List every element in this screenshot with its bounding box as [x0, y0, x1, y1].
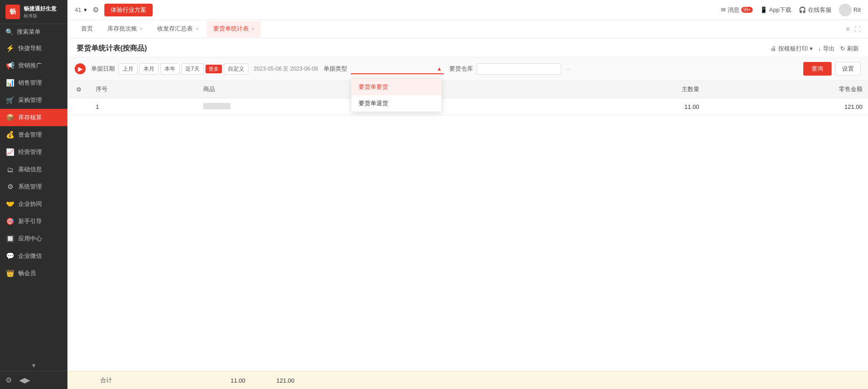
sidebar-item-purchase[interactable]: 🛒 采购管理 [0, 92, 67, 109]
date-range-text: 2023-05-06 至 2023-06-06 [254, 65, 318, 73]
date-custom-button[interactable]: 自定义 [224, 63, 248, 75]
sidebar-logo: 畅 畅捷通好生意 标准版 [0, 0, 67, 24]
print-label: 按模板打印 [778, 45, 808, 53]
tab-invoice-summary-close[interactable]: × [195, 26, 198, 31]
export-button[interactable]: ↓ 导出 [818, 45, 835, 53]
app-download-button[interactable]: 📱 App下载 [760, 6, 791, 14]
sidebar-item-apps[interactable]: 🔲 应用中心 [0, 230, 67, 247]
settings-button[interactable]: 设置 [835, 62, 861, 76]
sidebar-item-label: 应用中心 [18, 235, 42, 243]
logo-text: 畅捷通好生意 标准版 [24, 5, 56, 19]
sidebar-item-members[interactable]: 👑 畅会员 [0, 265, 67, 282]
total-amount: 121.00 [277, 377, 295, 384]
marketing-icon: 📢 [5, 61, 15, 70]
sidebar-nav: ⚡ 快捷导航 📢 营销推广 📊 销售管理 🛒 采购管理 📦 库存核算 💰 资金管… [0, 40, 67, 360]
date-this-year[interactable]: 本年 [160, 63, 180, 75]
sidebar-item-label: 库存核算 [18, 113, 42, 122]
user-name: Rit [853, 6, 861, 13]
settings-footer-icon[interactable]: ⚙ [5, 376, 12, 384]
sidebar-item-label: 采购管理 [18, 96, 42, 104]
print-button[interactable]: 🖨 按模板打印 ▾ [770, 45, 813, 53]
filter-bar: ▶ 单据日期 上月 本月 本年 近7天 更多 自定义 2023-05-06 至 … [67, 57, 868, 81]
sales-icon: 📊 [5, 79, 15, 87]
type-filter-group: 单据类型 ▲ 要货单要货 要货单退货 [324, 64, 444, 74]
search-menu-button[interactable]: 🔍 搜索菜单 [0, 24, 67, 40]
apps-icon: 🔲 [5, 235, 15, 243]
tab-order-stats-close[interactable]: × [252, 26, 254, 31]
sidebar-item-finance[interactable]: 💰 资金管理 [0, 126, 67, 143]
message-icon: ✉ [721, 6, 726, 13]
sidebar-item-guide[interactable]: 🎯 新手引导 [0, 213, 67, 230]
sidebar-item-label: 基础信息 [18, 165, 42, 174]
collapse-icon[interactable]: ◀▶ [19, 376, 30, 384]
messages-button[interactable]: ✉ 消息 99+ [721, 6, 753, 14]
sidebar-item-label: 营销推广 [18, 61, 42, 70]
sidebar-item-sales[interactable]: 📊 销售管理 [0, 74, 67, 92]
sidebar-item-basic[interactable]: 🗂 基础信息 [0, 161, 67, 178]
warehouse-input[interactable] [477, 63, 561, 75]
operations-icon: 📈 [5, 148, 15, 156]
date-this-month[interactable]: 本月 [139, 63, 159, 75]
dropdown-item-order-request[interactable]: 要货单要货 [351, 79, 442, 95]
top-header: 41 ▾ ⚙ 体验行业方案 ✉ 消息 99+ 📱 App下载 🎧 在线客服 R [67, 0, 868, 20]
sidebar-item-wechat[interactable]: 💬 企业微信 [0, 247, 67, 265]
sidebar-item-cooperation[interactable]: 🤝 企业协同 [0, 195, 67, 213]
company-selector[interactable]: 41 ▾ [75, 6, 87, 13]
type-dropdown-menu: 要货单要货 要货单退货 [351, 78, 442, 112]
user-avatar[interactable]: Rit [839, 4, 861, 16]
header-gear-icon[interactable]: ⚙ [92, 5, 99, 14]
sidebar-item-quick-nav[interactable]: ⚡ 快捷导航 [0, 40, 67, 57]
sidebar-item-label: 系统管理 [18, 183, 42, 191]
warehouse-filter-group: 要货仓库 ··· [449, 63, 571, 75]
refresh-button[interactable]: ↻ 刷新 [840, 45, 859, 53]
row-amount: 121.00 [705, 98, 868, 115]
type-filter-label: 单据类型 [324, 65, 347, 73]
logo-icon: 畅 [5, 5, 20, 19]
sidebar-item-label: 畅会员 [18, 269, 36, 277]
sidebar-item-label: 销售管理 [18, 79, 42, 87]
table-footer: 合计 11.00 121.00 [67, 371, 868, 389]
data-table-wrap: ⚙ 序号 商品 主计量单位 主数量 零售金额 1 [67, 81, 868, 371]
quick-nav-icon: ⚡ [5, 44, 15, 52]
tab-invoice-summary[interactable]: 收发存汇总表 × [151, 21, 205, 37]
page-content: 要货单统计表(按商品) 🖨 按模板打印 ▾ ↓ 导出 ↻ 刷新 ▶ [67, 38, 868, 389]
search-menu-label: 搜索菜单 [17, 28, 41, 36]
expand-filter-button[interactable]: ▶ [75, 63, 86, 74]
warehouse-more-icon[interactable]: ··· [566, 66, 571, 72]
purchase-icon: 🛒 [5, 96, 15, 104]
trial-button[interactable]: 体验行业方案 [104, 4, 153, 16]
tab-inventory-batch-close[interactable]: × [140, 26, 143, 31]
query-button[interactable]: 查询 [803, 62, 832, 76]
sidebar-footer: ⚙ ◀▶ [0, 371, 67, 389]
table-header-row: ⚙ 序号 商品 主计量单位 主数量 零售金额 [67, 81, 868, 98]
refresh-label: 刷新 [847, 45, 859, 53]
fullscreen-icon[interactable]: ⛶ [854, 26, 861, 33]
type-input[interactable] [351, 64, 444, 74]
product-placeholder [203, 103, 231, 109]
sidebar-item-operations[interactable]: 📈 经营管理 [0, 143, 67, 161]
sidebar-scroll-down[interactable]: ▼ [0, 360, 67, 371]
date-filter-group: 单据日期 上月 本月 本年 近7天 更多 自定义 2023-05-06 至 20… [91, 63, 318, 75]
date-more-button[interactable]: 更多 [205, 65, 222, 73]
close-window-icon[interactable]: ✕ [845, 26, 851, 33]
dropdown-item-order-return[interactable]: 要货单退货 [351, 95, 442, 112]
tab-order-stats[interactable]: 要货单统计表 × [207, 21, 261, 37]
export-label: 导出 [823, 45, 835, 53]
tab-inventory-batch[interactable]: 库存批次账 × [101, 21, 149, 37]
date-last-month[interactable]: 上月 [118, 63, 138, 75]
headset-icon: 🎧 [799, 6, 806, 13]
page-title-bar: 要货单统计表(按商品) 🖨 按模板打印 ▾ ↓ 导出 ↻ 刷新 [67, 38, 868, 57]
sidebar-item-system[interactable]: ⚙ 系统管理 [0, 178, 67, 195]
row-settings [67, 98, 90, 115]
col-settings: ⚙ [67, 81, 90, 98]
date-last-7-days[interactable]: 近7天 [181, 63, 204, 75]
wechat-icon: 💬 [5, 252, 15, 260]
main-area: 41 ▾ ⚙ 体验行业方案 ✉ 消息 99+ 📱 App下载 🎧 在线客服 R [67, 0, 868, 389]
sidebar-item-marketing[interactable]: 📢 营销推广 [0, 57, 67, 74]
date-filter-label: 单据日期 [91, 65, 115, 73]
sidebar-item-inventory[interactable]: 📦 库存核算 [0, 109, 67, 126]
messages-badge: 99+ [741, 7, 753, 13]
sidebar-item-label: 经营管理 [18, 148, 42, 156]
online-service-button[interactable]: 🎧 在线客服 [799, 6, 832, 14]
tab-home[interactable]: 首页 [75, 21, 99, 37]
